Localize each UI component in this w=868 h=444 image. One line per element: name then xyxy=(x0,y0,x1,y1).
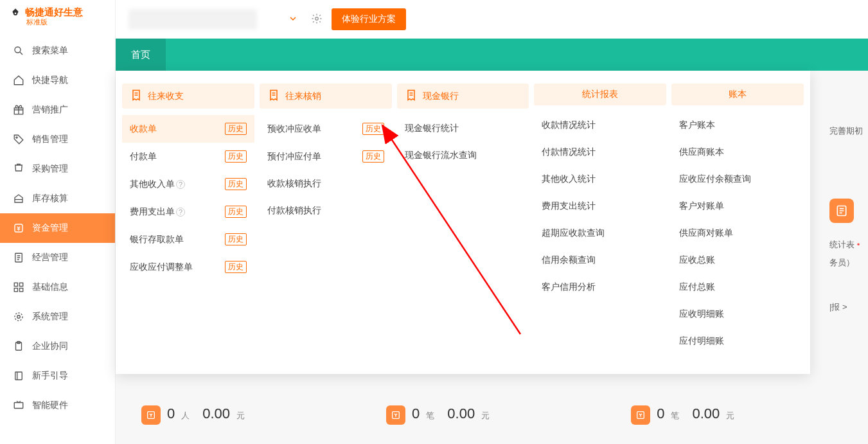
sidebar-item-book[interactable]: 新手引导 xyxy=(0,361,115,391)
mega-menu-item[interactable]: 银行存取款单历史 xyxy=(122,226,254,253)
mega-item-label: 收款核销执行 xyxy=(267,178,321,190)
mega-menu-item[interactable]: 客户对账单 xyxy=(671,193,804,220)
mega-item-label: 应收应付余额查询 xyxy=(679,173,751,185)
book-icon xyxy=(13,370,24,382)
mega-menu-item[interactable]: 其他收入统计 xyxy=(534,166,666,193)
stat-unit: 笔 xyxy=(671,410,679,422)
gear-icon[interactable] xyxy=(311,13,323,26)
sidebar-item-money[interactable]: 资金管理 xyxy=(0,213,115,243)
help-icon[interactable]: ? xyxy=(176,208,185,217)
svg-rect-5 xyxy=(14,283,17,286)
svg-point-15 xyxy=(315,17,319,20)
mega-column-header: 统计报表 xyxy=(534,84,666,105)
mega-item-label: 现金银行统计 xyxy=(405,123,459,134)
sidebar-item-clip[interactable]: 企业协同 xyxy=(0,332,115,361)
tabbar: 首页 xyxy=(116,39,868,71)
mega-item-label: 收款单 xyxy=(130,123,157,135)
mega-column: 往来收支收款单历史付款单历史其他收入单?历史费用支出单?历史银行存取款单历史应收… xyxy=(122,84,254,355)
sidebar-item-label: 资金管理 xyxy=(32,222,68,234)
mega-menu-item[interactable]: 供应商对账单 xyxy=(671,220,804,247)
sidebar-item-house[interactable]: 库存核算 xyxy=(0,184,115,213)
mega-menu-item[interactable]: 收款情况统计 xyxy=(534,112,666,139)
stat-amount: 0.00 xyxy=(692,405,720,422)
mega-column: 统计报表收款情况统计付款情况统计其他收入统计费用支出统计超期应收款查询信用余额查… xyxy=(534,84,666,355)
sidebar-item-home[interactable]: 快捷导航 xyxy=(0,66,115,95)
mega-menu-item[interactable]: 供应商账本 xyxy=(671,139,804,166)
sidebar-item-label: 搜索菜单 xyxy=(32,45,68,57)
mega-column-title: 往来收支 xyxy=(148,91,184,102)
mega-menu-item[interactable]: 应收总账 xyxy=(671,247,804,274)
sidebar-item-grid[interactable]: 基础信息 xyxy=(0,272,115,302)
house-icon xyxy=(13,193,24,204)
mega-item-label: 客户对账单 xyxy=(679,200,724,212)
mega-column-header: 往来核销 xyxy=(260,84,392,109)
report-icon[interactable] xyxy=(829,199,854,223)
mega-item-label: 供应商账本 xyxy=(679,147,724,158)
svg-rect-13 xyxy=(15,372,22,380)
mega-item-label: 付款情况统计 xyxy=(542,147,596,158)
tab-home[interactable]: 首页 xyxy=(116,39,166,71)
mega-menu-item[interactable]: 应收明细账 xyxy=(671,301,804,328)
sidebar-item-label: 新手引导 xyxy=(32,370,68,382)
sidebar: 畅捷通好生意 标准版 搜索菜单快捷导航营销推广销售管理采购管理库存核算资金管理经… xyxy=(0,0,116,444)
mega-column: 账本客户账本供应商账本应收应付余额查询客户对账单供应商对账单应收总账应付总账应收… xyxy=(671,84,804,355)
mega-menu-item[interactable]: 收款单历史 xyxy=(122,115,254,143)
mega-menu-item[interactable]: 信用余额查询 xyxy=(534,247,666,274)
stat-unit: 笔 xyxy=(426,410,434,422)
home-icon xyxy=(13,75,24,86)
sidebar-item-doc[interactable]: 经营管理 xyxy=(0,243,115,272)
mega-menu-item[interactable]: 应收应付调整单历史 xyxy=(122,253,254,281)
mega-menu-item[interactable]: 应付明细账 xyxy=(671,328,804,355)
mega-menu-item[interactable]: 预付冲应付单历史 xyxy=(260,143,392,170)
mega-menu-item[interactable]: 客户账本 xyxy=(671,112,804,139)
history-badge[interactable]: 历史 xyxy=(225,261,247,273)
mega-item-label: 应付总账 xyxy=(679,281,715,293)
history-badge[interactable]: 历史 xyxy=(225,233,247,245)
history-badge[interactable]: 历史 xyxy=(225,150,247,163)
mega-item-label: 费用支出单? xyxy=(130,206,185,218)
company-dropdown[interactable] xyxy=(128,9,257,30)
right-fragment-text: 统计表 • xyxy=(829,236,868,254)
mega-menu-item[interactable]: 客户信用分析 xyxy=(534,274,666,301)
mega-column-header: 往来收支 xyxy=(122,84,254,109)
mega-menu-item[interactable]: 现金银行统计 xyxy=(397,115,529,142)
help-icon[interactable]: ? xyxy=(176,180,185,189)
stat-value: 0 xyxy=(657,405,664,422)
stat-value: 0 xyxy=(167,405,175,422)
history-badge[interactable]: 历史 xyxy=(225,206,247,218)
sidebar-item-cart[interactable]: 采购管理 xyxy=(0,154,115,184)
svg-rect-7 xyxy=(14,289,17,292)
mega-menu-item[interactable]: 现金银行流水查询 xyxy=(397,142,529,169)
mega-item-label: 超期应收款查询 xyxy=(542,227,605,239)
mega-menu-item[interactable]: 超期应收款查询 xyxy=(534,220,666,247)
mega-menu-item[interactable]: 其他收入单?历史 xyxy=(122,170,254,198)
mega-item-label: 信用余额查询 xyxy=(542,254,596,266)
history-badge[interactable]: 历史 xyxy=(225,178,247,190)
mega-menu-item[interactable]: 预收冲应收单历史 xyxy=(260,115,392,143)
mega-menu-item[interactable]: 费用支出统计 xyxy=(534,193,666,220)
history-badge[interactable]: 历史 xyxy=(362,150,384,163)
mega-menu-item[interactable]: 付款核销执行 xyxy=(260,197,392,224)
history-badge[interactable]: 历史 xyxy=(225,123,247,135)
sidebar-item-gift[interactable]: 营销推广 xyxy=(0,95,115,125)
sidebar-item-tv[interactable]: 智能硬件 xyxy=(0,391,115,420)
mega-menu-item[interactable]: 应付总账 xyxy=(671,274,804,301)
mega-menu-item[interactable]: 付款情况统计 xyxy=(534,139,666,166)
brand-logo: 畅捷通好生意 标准版 xyxy=(0,0,115,32)
mega-menu-item[interactable]: 应收应付余额查询 xyxy=(671,166,804,193)
mega-item-label: 预付冲应付单 xyxy=(267,151,321,163)
industry-plan-button[interactable]: 体验行业方案 xyxy=(332,8,406,30)
history-badge[interactable]: 历史 xyxy=(362,123,384,135)
mega-menu-item[interactable]: 费用支出单?历史 xyxy=(122,198,254,226)
mega-item-label: 付款单 xyxy=(130,151,157,163)
sidebar-item-label: 营销推广 xyxy=(32,104,68,116)
sidebar-item-tag[interactable]: 销售管理 xyxy=(0,125,115,154)
sidebar-item-gear[interactable]: 系统管理 xyxy=(0,302,115,332)
mega-column-title: 往来核销 xyxy=(285,91,321,102)
chevron-down-icon[interactable] xyxy=(284,15,302,24)
stat-amount-unit: 元 xyxy=(481,410,490,422)
mega-menu-item[interactable]: 收款核销执行 xyxy=(260,170,392,197)
sidebar-item-label: 销售管理 xyxy=(32,134,68,145)
mega-menu-item[interactable]: 付款单历史 xyxy=(122,143,254,170)
sidebar-item-search[interactable]: 搜索菜单 xyxy=(0,36,115,66)
